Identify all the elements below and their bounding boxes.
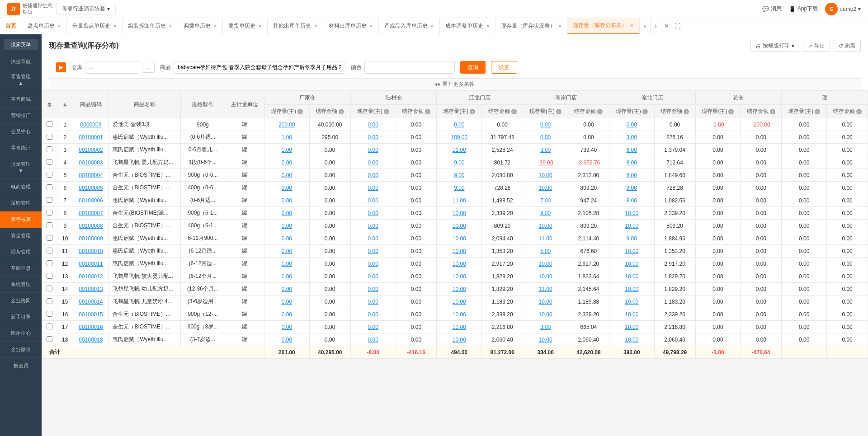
toggle-expand-button[interactable]: ▶ xyxy=(56,62,66,72)
tab-close-icon[interactable]: ✕ xyxy=(258,23,262,28)
tab-close-icon[interactable]: ✕ xyxy=(369,23,373,28)
tab-inventory-sub[interactable]: 分量盘点单历史 ✕ xyxy=(67,18,123,34)
tab-production-in[interactable]: 产成品入库单历史 ✕ xyxy=(379,18,440,34)
cell-checkbox[interactable] xyxy=(42,156,57,169)
setting-button[interactable]: 设置 xyxy=(491,61,517,74)
sidebar-item-enterprise[interactable]: 企业协同 xyxy=(0,293,42,309)
tab-inventory-single[interactable]: 盘点单历史 ✕ xyxy=(22,18,67,34)
cell-checkbox[interactable] xyxy=(42,308,57,321)
messages-btn[interactable]: 💬 消息 xyxy=(762,5,782,13)
org-selector[interactable]: 母婴行业演示陈套 ▾ xyxy=(56,3,116,15)
cell-checkbox[interactable] xyxy=(42,295,57,308)
info-icon[interactable]: i xyxy=(470,109,475,114)
info-icon[interactable]: i xyxy=(770,109,775,114)
th-settings[interactable]: ⚙ xyxy=(42,91,57,118)
tab-close-icon[interactable]: ✕ xyxy=(486,23,490,28)
info-icon[interactable]: i xyxy=(339,109,344,114)
color-input[interactable] xyxy=(364,61,455,74)
warehouse-input[interactable] xyxy=(85,61,139,74)
tab-requisition[interactable]: 要货单历史 ✕ xyxy=(223,18,268,34)
cell-checkbox[interactable] xyxy=(42,321,57,333)
tab-stock-status[interactable]: 现存量（库存状况表） ✕ xyxy=(495,18,567,34)
cell-checkbox[interactable] xyxy=(42,283,57,295)
cell-checkbox[interactable] xyxy=(42,333,57,346)
tab-close-icon[interactable]: ✕ xyxy=(113,23,117,28)
tab-home[interactable]: 首页 xyxy=(0,18,22,34)
tab-close-icon[interactable]: ✕ xyxy=(213,23,217,28)
expand-more-btn[interactable]: ▾▾ 展开更多条件 xyxy=(435,80,475,88)
sidebar-item-marketing[interactable]: 营销推广 xyxy=(0,108,42,124)
refresh-button[interactable]: ↺ 刷新 xyxy=(834,40,861,52)
sidebar-search-box[interactable]: 搜索英单 xyxy=(4,39,38,50)
tab-expand[interactable]: ⛶ xyxy=(672,18,683,34)
info-icon[interactable]: i xyxy=(511,109,517,114)
cell-checkbox[interactable] xyxy=(42,182,57,194)
user-menu[interactable]: E demo2 ▾ xyxy=(825,3,861,15)
sidebar-item-system[interactable]: 系统管理 xyxy=(0,277,42,293)
info-icon[interactable]: i xyxy=(728,109,734,114)
info-icon[interactable]: i xyxy=(856,109,862,114)
sidebar-item-inventory[interactable]: 库存核算 xyxy=(0,211,42,228)
cell-checkbox[interactable] xyxy=(42,131,57,144)
sidebar-quick-nav[interactable]: 快捷导航 xyxy=(0,55,42,69)
tab-material-out[interactable]: 材料出库单历史 ✕ xyxy=(323,18,379,34)
sidebar-item-wechat[interactable]: 企业微信 xyxy=(0,342,42,358)
search-button[interactable]: 查询 xyxy=(460,61,486,74)
tab-close-all[interactable]: ✕ xyxy=(661,18,672,34)
sidebar-item-finance[interactable]: 资金管理 xyxy=(0,228,42,244)
sidebar-item-purchase[interactable]: 采购管理 xyxy=(0,195,42,211)
print-button[interactable]: 🖨 按模版打印 ▾ xyxy=(750,40,799,52)
tab-nav-next[interactable]: › xyxy=(650,18,661,34)
sidebar-item-basic[interactable]: 基础信息 xyxy=(0,260,42,277)
cell-checkbox[interactable] xyxy=(42,232,57,245)
info-icon[interactable]: i xyxy=(556,109,561,114)
info-icon[interactable]: i xyxy=(597,109,603,114)
tab-transfer[interactable]: 调拨单历史 ✕ xyxy=(178,18,223,34)
sidebar-item-apps[interactable]: 应用中心 xyxy=(0,325,42,342)
tab-close-icon[interactable]: ✕ xyxy=(314,23,317,28)
cell-checkbox[interactable] xyxy=(42,220,57,232)
sidebar-item-retail-stats[interactable]: 零售统计 xyxy=(0,140,42,156)
sidebar-item-member[interactable]: 会员中心 xyxy=(0,124,42,140)
tab-nav-prev[interactable]: ‹ xyxy=(639,18,650,34)
sidebar-item-operations[interactable]: 经营管理 xyxy=(0,244,42,260)
info-icon[interactable]: i xyxy=(297,109,303,114)
cell-cur-amount: 0.00 xyxy=(827,220,868,232)
tab-cost-adj[interactable]: 成本调整单历史 ✕ xyxy=(440,18,495,34)
sidebar-item-retail-mgmt[interactable]: 零售管理 ▲ xyxy=(0,69,42,91)
info-icon[interactable]: i xyxy=(684,109,689,114)
cell-checkbox[interactable] xyxy=(42,245,57,258)
warehouse-ellipsis-button[interactable]: ... xyxy=(142,62,155,73)
export-button[interactable]: ↗ 导出 xyxy=(803,40,830,52)
tab-close-icon[interactable]: ✕ xyxy=(630,23,633,28)
cell-checkbox[interactable] xyxy=(42,270,57,283)
info-icon[interactable]: i xyxy=(425,109,430,114)
info-icon[interactable]: i xyxy=(815,109,820,114)
cell-checkbox[interactable] xyxy=(42,144,57,156)
cell-checkbox[interactable] xyxy=(42,169,57,182)
tab-close-icon[interactable]: ✕ xyxy=(430,23,434,28)
tab-assembly[interactable]: 组装拆卸单历史 ✕ xyxy=(123,18,178,34)
table-area[interactable]: ⚙ # 商品编码 商品名称 规格型号 主计量单位 厂家仓 陆村仓 江北门店 南岸… xyxy=(42,91,868,436)
tab-close-icon[interactable]: ✕ xyxy=(558,23,561,28)
tab-other-out[interactable]: 其他出库单历史 ✕ xyxy=(268,18,323,34)
settings-icon[interactable]: ⚙ xyxy=(47,102,52,108)
sidebar-search[interactable]: 搜索英单 xyxy=(0,34,42,55)
tab-close-icon[interactable]: ✕ xyxy=(57,23,61,28)
app-download-btn[interactable]: 📱 App下载 xyxy=(789,5,818,13)
goods-input[interactable] xyxy=(174,61,345,74)
sidebar-item-wholesale[interactable]: 批发管理 ▼ xyxy=(0,156,42,179)
cell-checkbox[interactable] xyxy=(42,258,57,270)
sidebar-item-ecommerce[interactable]: 电商管理 xyxy=(0,179,42,195)
tab-close-icon[interactable]: ✕ xyxy=(169,23,172,28)
info-icon[interactable]: i xyxy=(642,109,648,114)
sidebar-item-retail-store[interactable]: 零售商城 xyxy=(0,91,42,108)
cell-checkbox[interactable] xyxy=(42,207,57,220)
info-icon[interactable]: i xyxy=(384,109,389,114)
cell-checkbox[interactable] xyxy=(42,194,57,207)
cell-cur-stock: 0.00 xyxy=(782,308,827,321)
cell-checkbox[interactable] xyxy=(42,118,57,131)
tab-stock-dist[interactable]: 现存量（库存分布表） ✕ xyxy=(567,18,639,34)
sidebar-item-guide[interactable]: 新手引导 xyxy=(0,309,42,325)
sidebar-item-members[interactable]: 畅会员 xyxy=(0,358,42,374)
